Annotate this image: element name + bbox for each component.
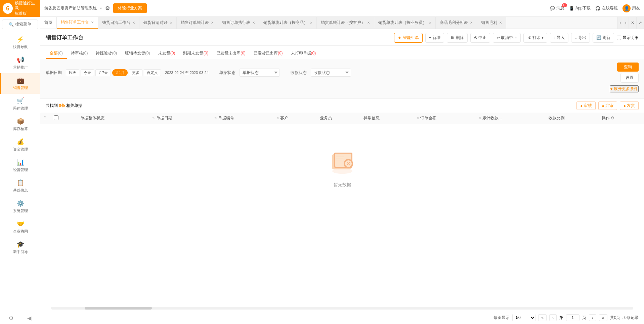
sidebar-nav-inventory[interactable]: 📦 库存核算	[0, 114, 40, 135]
app-download-action[interactable]: 📱 App下载	[569, 5, 591, 11]
add-button[interactable]: + + 新增新增	[425, 33, 444, 43]
tab-sales-summary-customer[interactable]: 销货单统计表（按客户） ✕	[317, 17, 374, 29]
collapse-icon[interactable]: ◀	[27, 315, 31, 321]
tab-sales-summary-staff[interactable]: 销货单统计表（按业务员） ✕	[374, 17, 436, 29]
system-chevron-icon[interactable]: ▾	[100, 6, 102, 10]
date-btn-yesterday[interactable]: 昨天	[66, 69, 79, 76]
logo-text: 畅捷通好生意 标准版	[15, 1, 37, 16]
tab-sales-summary-product[interactable]: 销货单统计表（按商品） ✕	[259, 17, 317, 29]
next-page-button[interactable]: ›	[589, 314, 596, 321]
sort-number-icon[interactable]: ⇅	[214, 116, 217, 120]
sidebar-nav-operations[interactable]: 📊 经营管理	[0, 155, 40, 176]
tab-gross-margin[interactable]: 商品毛利分析表 ✕	[436, 17, 477, 29]
last-page-button[interactable]: »	[599, 314, 607, 321]
sidebar-nav-enterprise[interactable]: 🤝 企业协同	[0, 217, 40, 237]
top-header: 装备及固定资产辅助管理系统 ▾ ⚙ 体验行业方案 💬 消息 6 📱 App下载 …	[40, 0, 644, 17]
sidebar-nav-guide[interactable]: 🎓 新手引导	[0, 237, 40, 258]
filter-tab-not-shipped[interactable]: 未发货(0)	[154, 48, 179, 59]
filter-tab-shipped-warehoused[interactable]: 已发货已出库(0)	[250, 48, 287, 59]
sort-amount-icon[interactable]: ⇅	[417, 116, 419, 120]
tab-cash-daily-close[interactable]: ✕	[132, 21, 135, 25]
sidebar-nav-basic[interactable]: 📋 基础信息	[0, 176, 40, 196]
review-batch-button[interactable]: ● 审核	[576, 102, 595, 110]
select-all-checkbox[interactable]	[54, 115, 58, 120]
settings-button[interactable]: 设置	[620, 73, 639, 83]
sort-collected-icon[interactable]: ⇅	[479, 116, 481, 120]
ship-batch-button[interactable]: ● 发货	[620, 102, 639, 110]
refresh-button[interactable]: 🔄 刷新	[593, 33, 614, 43]
tab-sales-stats-close[interactable]: ✕	[211, 21, 214, 25]
sort-date-icon[interactable]: ⇅	[152, 116, 155, 120]
scrollbar-thumb[interactable]	[85, 307, 152, 310]
sidebar-nav-marketing[interactable]: 📢 营销推广	[0, 53, 40, 73]
tab-sales-workbench-close[interactable]: ✕	[91, 21, 94, 24]
filter-tab-pending-review[interactable]: 待审核(0)	[67, 48, 92, 59]
filter-tab-wangpu[interactable]: 旺铺待发货(0)	[121, 48, 154, 59]
tab-sales-stats[interactable]: 销售订单统计表 ✕	[177, 17, 218, 29]
date-btn-7days[interactable]: 近7天	[95, 69, 111, 76]
tab-prev-button[interactable]: ‹	[617, 17, 623, 29]
settings-bottom-icon[interactable]: ⚙	[9, 315, 13, 321]
search-menu-button[interactable]: 🔍 搜索菜单	[2, 19, 38, 29]
sales-icon: 💼	[17, 77, 24, 84]
first-page-button[interactable]: «	[538, 314, 547, 321]
tab-close-all-button[interactable]: ✕	[629, 17, 636, 29]
sidebar-nav-sales[interactable]: 💼 销售管理	[0, 73, 40, 94]
tab-maximize-button[interactable]: ⤢	[636, 17, 644, 29]
tab-cash-daily[interactable]: 钱货日清工作台 ✕	[98, 17, 139, 29]
message-action[interactable]: 💬 消息 6	[550, 5, 564, 11]
tab-cash-reconcile-close[interactable]: ✕	[170, 21, 172, 25]
show-detail-label[interactable]: 显示明细	[617, 35, 639, 41]
sidebar-nav-system[interactable]: ⚙️ 系统管理	[0, 196, 40, 217]
tab-sales-profit[interactable]: 销售毛利 ✕	[477, 17, 506, 29]
tab-sales-summary-staff-close[interactable]: ✕	[429, 21, 431, 25]
stop-button[interactable]: ⊗ 中止	[470, 33, 490, 43]
export-button[interactable]: ↓ 导出	[571, 33, 590, 43]
tab-gross-margin-close[interactable]: ✕	[470, 21, 473, 25]
delete-button[interactable]: 🗑 删除	[447, 33, 467, 43]
status-select[interactable]: 单据状态	[240, 69, 280, 77]
filter-tab-overdue[interactable]: 到期未发货(0)	[179, 48, 212, 59]
sidebar-nav-quick[interactable]: ⚡ 快捷导航	[0, 32, 40, 53]
tab-next-button[interactable]: ›	[623, 17, 629, 29]
import-button[interactable]: ↑ 导入	[550, 33, 568, 43]
print-button[interactable]: 🖨 打印 ▾	[523, 33, 547, 43]
expand-filters-button[interactable]: ▾ 展开更多条件	[610, 85, 639, 92]
tab-sales-workbench[interactable]: 销售订单工作台 ✕	[57, 17, 98, 29]
date-btn-1month[interactable]: 近1月	[112, 69, 128, 76]
filter-tab-shipped-not-warehoused[interactable]: 已发货未出库(0)	[212, 48, 250, 59]
filter-tab-pending-inspect[interactable]: 待拣验货(0)	[92, 48, 121, 59]
sort-customer-icon[interactable]: ⇅	[276, 116, 279, 120]
anti-review-batch-button[interactable]: ● 弃审	[598, 102, 617, 110]
tab-sales-exec-close[interactable]: ✕	[252, 21, 255, 25]
sidebar-nav-purchase[interactable]: 🛒 采购管理	[0, 94, 40, 114]
date-btn-more[interactable]: 更多	[129, 69, 142, 76]
date-btn-today[interactable]: 今天	[81, 69, 94, 76]
cancel-stop-button[interactable]: ↩ 取消中止	[493, 33, 521, 43]
tab-home[interactable]: 首页	[40, 17, 57, 29]
filter-tab-not-printed[interactable]: 未打印单据(0)	[287, 48, 320, 59]
header-settings-icon[interactable]: ⚙	[105, 5, 110, 11]
smart-create-button[interactable]: ★ 智能生单	[394, 33, 423, 43]
sidebar-nav-finance[interactable]: 💰 资金管理	[0, 135, 40, 155]
tab-sales-summary-customer-close[interactable]: ✕	[367, 21, 370, 25]
date-btn-custom[interactable]: 自定义	[144, 69, 161, 76]
online-service-action[interactable]: 🎧 在线客服	[595, 5, 618, 11]
tab-cash-reconcile[interactable]: 钱货日清对账 ✕	[139, 17, 177, 29]
page-number-input[interactable]	[566, 314, 579, 321]
show-detail-checkbox[interactable]	[617, 36, 621, 40]
sidebar-bottom: ⚙ ◀	[0, 312, 40, 324]
user-action[interactable]: 👤 用友	[622, 4, 640, 12]
tab-sales-exec[interactable]: 销售订单执行表 ✕	[218, 17, 259, 29]
filter-tab-all[interactable]: 全部(0)	[46, 48, 67, 59]
prev-page-button[interactable]: ‹	[549, 314, 557, 321]
col-settings-icon[interactable]: ⚙	[611, 116, 614, 120]
tab-sales-profit-close[interactable]: ✕	[499, 21, 502, 25]
query-button[interactable]: 查询	[617, 63, 639, 72]
logo-icon: 6	[3, 3, 13, 14]
tab-sales-summary-product-close[interactable]: ✕	[310, 21, 312, 25]
experience-button[interactable]: 体验行业方案	[113, 3, 147, 13]
horizontal-scrollbar[interactable]	[51, 307, 633, 310]
payment-select[interactable]: 收款状态	[311, 69, 351, 77]
page-size-select[interactable]: 50 10 20 100	[512, 314, 535, 321]
